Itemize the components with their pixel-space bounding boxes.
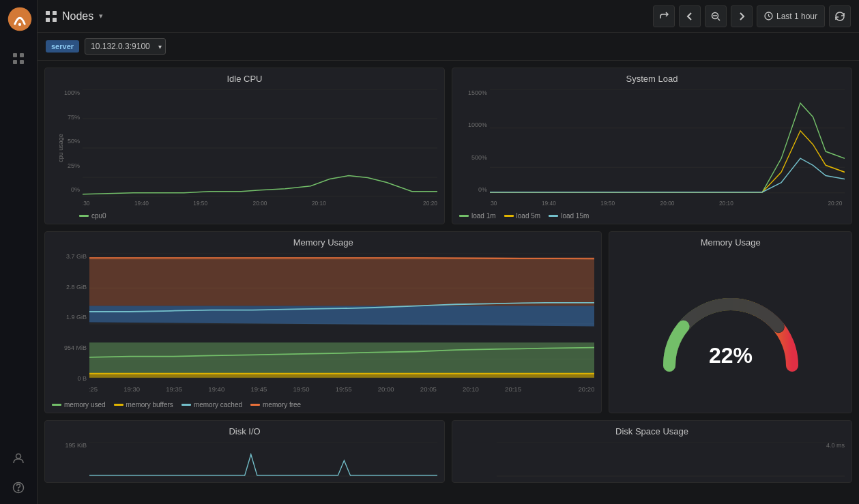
legend-dot-load1m — [459, 215, 469, 217]
svg-text:19:30: 19:30 — [123, 385, 140, 393]
svg-text:19:55: 19:55 — [336, 385, 352, 393]
svg-text:20:10: 20:10 — [312, 200, 326, 207]
filter-bar: server 10.132.0.3:9100 — [38, 33, 859, 61]
memory-line-legend: memory used memory buffers memory cached… — [45, 398, 601, 413]
legend-dot-cpu0 — [79, 215, 89, 217]
server-select-wrap[interactable]: 10.132.0.3:9100 — [85, 38, 166, 55]
svg-rect-3 — [20, 53, 24, 57]
svg-text:20:20: 20:20 — [579, 385, 595, 393]
page-title-area: Nodes ▾ — [46, 10, 103, 23]
legend-label-load5m: load 5m — [516, 212, 541, 220]
svg-rect-12 — [53, 18, 57, 22]
zoom-out-button[interactable] — [705, 5, 727, 27]
system-load-y-axis: 1500% 1000% 500% 0% — [452, 87, 490, 193]
y-tick: 50% — [68, 138, 80, 145]
svg-point-8 — [18, 490, 19, 491]
gauge-container: 22% — [609, 250, 851, 413]
y-tick: 0 B — [77, 375, 87, 382]
svg-text:19:30: 19:30 — [490, 200, 497, 207]
disk-space-chart-area: 4.0 ms — [452, 439, 851, 482]
disk-space-svg — [497, 442, 845, 479]
svg-text:19:40: 19:40 — [542, 200, 556, 207]
disk-io-y-axis: 195 KiB — [45, 442, 89, 449]
time-range-label: Last 1 hour — [776, 12, 817, 21]
memory-y-axis: 3.7 GiB 2.8 GiB 1.9 GiB 954 MiB 0 B — [45, 250, 89, 382]
svg-marker-44 — [89, 258, 594, 306]
dashboard-grid: Idle CPU 100% 75% 50% 25% 0% cpu usage — [38, 61, 859, 504]
svg-text:19:30: 19:30 — [83, 200, 90, 207]
y-tick: 75% — [68, 114, 80, 121]
y-tick: 2.8 GiB — [66, 284, 87, 291]
svg-text:20:10: 20:10 — [719, 200, 733, 207]
y-tick: 195 KiB — [65, 442, 87, 449]
disk-io-chart-area: 195 KiB — [45, 439, 444, 482]
row-2: Memory Usage 3.7 GiB 2.8 GiB 1.9 GiB 954… — [44, 231, 852, 413]
sidebar — [0, 0, 38, 504]
sidebar-icon-grid[interactable] — [9, 49, 28, 68]
svg-text:19:50: 19:50 — [193, 200, 207, 207]
gauge-svg: 22% — [656, 277, 806, 386]
legend-memory-free: memory free — [250, 401, 301, 409]
svg-point-0 — [8, 8, 32, 31]
svg-rect-9 — [46, 11, 50, 15]
y-tick: 1.9 GiB — [66, 314, 87, 321]
svg-text:22%: 22% — [709, 343, 753, 368]
svg-text:20:20: 20:20 — [828, 200, 842, 207]
top-bar: Nodes ▾ — [38, 0, 859, 33]
svg-text:20:00: 20:00 — [378, 385, 394, 393]
svg-text:20:05: 20:05 — [420, 385, 437, 393]
memory-gauge-title: Memory Usage — [694, 232, 768, 250]
y-tick: 0% — [478, 186, 487, 193]
svg-text:19:40: 19:40 — [208, 385, 224, 393]
prev-button[interactable] — [679, 5, 701, 27]
svg-text:20:10: 20:10 — [463, 385, 479, 393]
panel-memory-line: Memory Usage 3.7 GiB 2.8 GiB 1.9 GiB 954… — [44, 231, 602, 413]
refresh-button[interactable] — [829, 5, 851, 27]
time-range-button[interactable]: Last 1 hour — [757, 5, 825, 27]
legend-memory-cached: memory cached — [181, 401, 242, 409]
top-bar-actions: Last 1 hour — [653, 5, 851, 27]
svg-rect-4 — [13, 60, 17, 64]
y-tick: 1500% — [468, 89, 487, 96]
idle-cpu-svg: 19:30 19:40 19:50 20:00 20:10 20:20 — [83, 89, 437, 207]
idle-cpu-title: Idle CPU — [45, 68, 444, 87]
svg-text:20:20: 20:20 — [423, 200, 437, 207]
legend-label-cpu0: cpu0 — [91, 212, 106, 220]
app-logo[interactable] — [8, 7, 29, 29]
panel-disk-space: Disk Space Usage 4.0 ms — [452, 420, 852, 483]
panel-memory-gauge: Memory Usage — [609, 231, 852, 413]
share-button[interactable] — [653, 5, 675, 27]
sidebar-icon-user[interactable] — [9, 449, 28, 468]
legend-cpu0: cpu0 — [79, 212, 106, 220]
y-tick: 954 MiB — [64, 344, 87, 351]
server-select[interactable]: 10.132.0.3:9100 — [85, 38, 166, 55]
dropdown-arrow[interactable]: ▾ — [99, 12, 103, 20]
y-tick: 100% — [64, 89, 80, 96]
main-content: Nodes ▾ — [38, 0, 859, 504]
memory-line-chart-area: 3.7 GiB 2.8 GiB 1.9 GiB 954 MiB 0 B — [45, 250, 601, 398]
legend-label-load15m: load 15m — [561, 212, 589, 220]
system-load-title: System Load — [452, 68, 851, 87]
panel-system-load: System Load 1500% 1000% 500% 0% — [452, 68, 852, 224]
svg-text:19:25: 19:25 — [89, 385, 98, 393]
y-tick: 0% — [71, 186, 80, 193]
legend-label-load1m: load 1m — [471, 212, 496, 220]
legend-memory-buffers: memory buffers — [114, 401, 173, 409]
panel-disk-io: Disk I/O 195 KiB — [44, 420, 445, 483]
panel-idle-cpu: Idle CPU 100% 75% 50% 25% 0% cpu usage — [44, 68, 445, 224]
idle-cpu-legend: cpu0 — [45, 209, 444, 224]
system-load-svg: 19:30 19:40 19:50 20:00 20:10 20:20 — [490, 89, 845, 207]
legend-load15m: load 15m — [549, 212, 589, 220]
system-load-legend: load 1m load 5m load 15m — [452, 209, 851, 224]
next-button[interactable] — [731, 5, 753, 27]
clock-icon — [764, 12, 773, 20]
svg-text:19:45: 19:45 — [250, 385, 267, 393]
svg-text:20:00: 20:00 — [253, 200, 267, 207]
legend-dot-memory-cached — [181, 404, 191, 406]
memory-line-svg: 19:25 19:30 19:35 19:40 19:45 19:50 19:5… — [89, 253, 594, 396]
legend-load1m: load 1m — [459, 212, 496, 220]
idle-cpu-chart-area: 100% 75% 50% 25% 0% cpu usage — [45, 87, 444, 209]
svg-text:19:35: 19:35 — [166, 385, 182, 393]
sidebar-icon-help[interactable] — [9, 478, 28, 497]
disk-space-y-top: 4.0 ms — [826, 442, 845, 449]
